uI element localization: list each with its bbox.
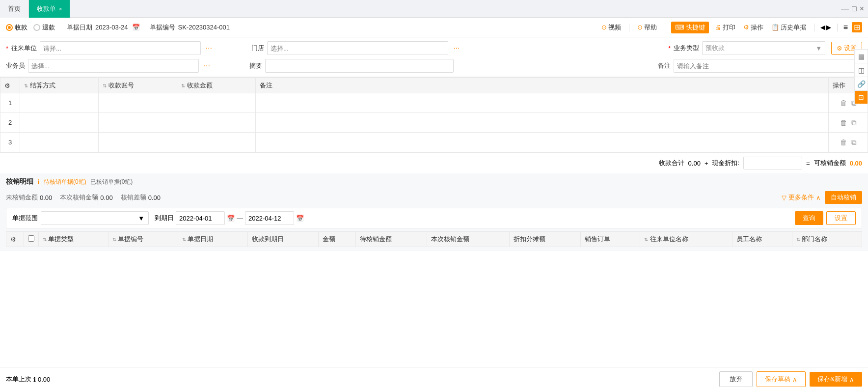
salesperson-field: 业务员 ··· xyxy=(6,59,210,73)
query-btn[interactable]: 查询 xyxy=(795,211,823,225)
section-info-icon[interactable]: ℹ xyxy=(37,178,40,186)
row-2-delete-icon[interactable]: 🗑 xyxy=(840,118,847,127)
bth-current: 本次核销金额 xyxy=(427,232,510,247)
select-all-checkbox[interactable] xyxy=(28,235,34,242)
ops-btn[interactable]: ⚙ 操作 xyxy=(741,23,765,32)
history-btn[interactable]: 📋 历史单据 xyxy=(769,23,808,32)
nav-next-btn[interactable]: ▶ xyxy=(826,24,831,31)
date-value: 2023-03-24 xyxy=(95,24,128,31)
bottom-table-header: ⚙ ⇅ 单据类型 ⇅ 单据编号 ⇅ 单据日期 xyxy=(6,232,862,247)
window-close-btn[interactable]: × xyxy=(860,4,864,13)
right-panel-btn-4[interactable]: ⊡ xyxy=(854,90,868,104)
shop-more-icon[interactable]: ··· xyxy=(453,44,460,52)
footer-info-icon[interactable]: ℹ xyxy=(33,376,36,383)
row-3-account[interactable] xyxy=(99,133,177,152)
auto-verify-btn[interactable]: 自动核销 xyxy=(825,191,862,204)
due-date-field: 到期日 📅 — 📅 xyxy=(155,211,304,225)
biz-type-select[interactable]: 预收款 ▼ xyxy=(702,41,825,55)
save-new-btn[interactable]: 保存&新增 ∧ xyxy=(810,372,862,387)
filter-row: 单据范围 ▼ 到期日 📅 — 📅 查询 设置 xyxy=(6,208,862,228)
save-new-label: 保存&新增 xyxy=(817,375,847,384)
shortcut-btn[interactable]: ⌨ 快捷键 xyxy=(671,22,709,33)
biz-type-label: 业务类型 xyxy=(674,44,699,53)
row-2-copy-icon[interactable]: ⧉ xyxy=(851,118,857,127)
row-2-settlement[interactable] xyxy=(20,113,99,133)
counterpart-field: * 往来单位 ··· xyxy=(6,41,212,55)
row-3-amount[interactable] xyxy=(177,133,256,152)
row-2-ops: 🗑 ⧉ xyxy=(829,113,868,133)
row-2-amount[interactable] xyxy=(177,113,256,133)
biz-type-arrow: ▼ xyxy=(815,45,822,52)
window-max-btn[interactable]: □ xyxy=(852,4,857,13)
row-1-remark[interactable] xyxy=(256,93,829,113)
nav-prev-btn[interactable]: ◀ xyxy=(820,24,825,31)
date-to-icon[interactable]: 📅 xyxy=(296,215,304,222)
tab-receipt-close[interactable]: × xyxy=(59,6,62,12)
unverified-stat: 未核销金额 0.00 xyxy=(6,193,52,202)
verified-tab[interactable]: 已核销单据(0笔) xyxy=(90,178,133,186)
footer: 本单上次 ℹ 0.00 放弃 保存草稿 ∧ 保存&新增 ∧ xyxy=(0,367,868,391)
save-draft-btn[interactable]: 保存草稿 ∧ xyxy=(757,371,806,387)
abandon-btn[interactable]: 放弃 xyxy=(719,371,753,387)
row-3-settlement[interactable] xyxy=(20,133,99,152)
date-from-input[interactable] xyxy=(176,211,225,225)
summary-label: 摘要 xyxy=(249,61,262,70)
right-panel-btn-1[interactable]: ▦ xyxy=(854,49,868,63)
date-from-icon[interactable]: 📅 xyxy=(227,215,235,222)
th-gear[interactable]: ⚙ xyxy=(0,78,20,93)
bth-gear[interactable]: ⚙ xyxy=(6,232,24,247)
row-1-amount[interactable] xyxy=(177,93,256,113)
tab-home[interactable]: 首页 xyxy=(0,0,29,18)
verification-section: 核销明细 ℹ 待核销单据(0笔) 已核销单据(0笔) 未核销金额 0.00 本次… xyxy=(0,173,868,251)
window-min-btn[interactable]: — xyxy=(841,4,849,13)
summary-field: 摘要 xyxy=(249,59,454,73)
row-3-remark[interactable] xyxy=(256,133,829,152)
row-1-account[interactable] xyxy=(99,93,177,113)
pending-tab[interactable]: 待核销单据(0笔) xyxy=(44,178,86,186)
discount-input[interactable] xyxy=(743,157,802,169)
filter-settings-btn[interactable]: 设置 xyxy=(826,211,856,225)
salesperson-more-icon[interactable]: ··· xyxy=(204,62,210,70)
row-2-num: 2 xyxy=(0,113,20,133)
current-page-label: 本单上次 xyxy=(6,375,31,384)
shop-input[interactable] xyxy=(267,41,448,55)
current-value: 0.00 xyxy=(100,194,112,201)
view-list-btn[interactable]: ≡ xyxy=(843,23,848,32)
bill-value: SK-20230324-001 xyxy=(178,24,230,31)
print-btn[interactable]: 🖨 打印 xyxy=(713,23,737,32)
form-area: * 往来单位 ··· 门店 ··· * 业务类型 预收款 ▼ xyxy=(0,37,868,77)
filter-icon: ▽ xyxy=(782,194,787,201)
divider-2 xyxy=(665,24,665,31)
counterpart-more-icon[interactable]: ··· xyxy=(206,44,212,52)
row-1-delete-icon[interactable]: 🗑 xyxy=(840,99,847,107)
help-btn[interactable]: ⊙ 帮助 xyxy=(635,23,659,32)
right-panel-btn-2[interactable]: ◫ xyxy=(854,63,868,77)
right-panel-btn-3[interactable]: 🔗 xyxy=(854,77,868,90)
row-3-delete-icon[interactable]: 🗑 xyxy=(840,138,847,146)
more-conditions-label: 更多条件 xyxy=(788,193,814,202)
date-icon[interactable]: 📅 xyxy=(132,24,140,31)
date-to-input[interactable] xyxy=(245,211,294,225)
more-conditions-btn[interactable]: ▽ 更多条件 ∧ xyxy=(782,193,821,202)
view-card-btn[interactable]: ⊞ xyxy=(852,22,862,32)
row-1-settlement[interactable] xyxy=(20,93,99,113)
counterpart-input[interactable] xyxy=(40,41,201,55)
summary-input[interactable] xyxy=(265,59,454,73)
tab-bar-right: — □ × xyxy=(841,4,868,13)
biz-required: * xyxy=(668,45,671,52)
tab-receipt[interactable]: 收款单 × xyxy=(29,0,70,18)
row-2-account[interactable] xyxy=(99,113,177,133)
ops-icon: ⚙ xyxy=(743,24,749,31)
tab-bar: 首页 收款单 × — □ × xyxy=(0,0,868,18)
right-panel: ▦ ◫ 🔗 ⊡ xyxy=(854,49,868,104)
row-2-remark[interactable] xyxy=(256,113,829,133)
th-account-label: 收款账号 xyxy=(108,82,134,89)
radio-receipt[interactable]: 收款 xyxy=(6,23,27,32)
remark-input[interactable] xyxy=(674,59,862,73)
video-btn[interactable]: ⊙ 视频 xyxy=(599,23,623,32)
radio-refund[interactable]: 退款 xyxy=(33,23,55,32)
range-select[interactable]: ▼ xyxy=(41,211,149,225)
salesperson-input[interactable] xyxy=(28,59,199,73)
th-ops-label: 操作 xyxy=(833,82,845,89)
row-3-copy-icon[interactable]: ⧉ xyxy=(851,138,857,147)
